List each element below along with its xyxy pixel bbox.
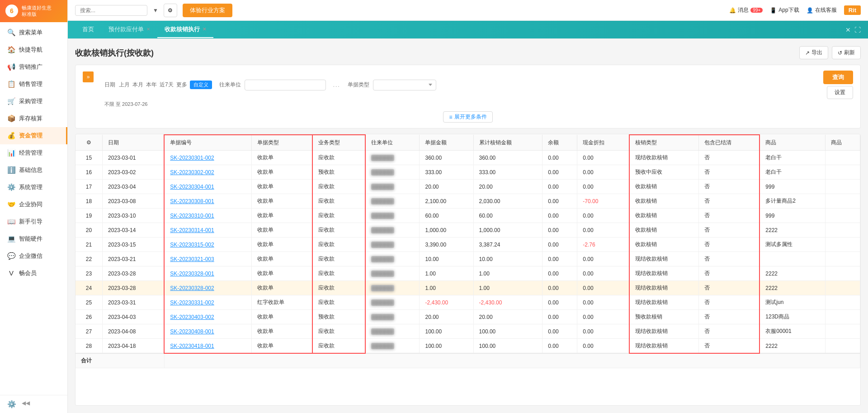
industry-solution-btn[interactable]: 体验行业方案 [183,4,232,17]
row-doc-no: SK-20230328-002 [164,281,251,295]
row-partner: ██████ [365,266,420,281]
col-cancel-amount: 累计核销金额 [473,135,542,151]
tab-label: 收款核销执行 [165,25,200,33]
row-amount: -2,430.00 [420,295,473,310]
logo-icon: 6 [5,5,18,17]
doc-no-link[interactable]: SK-20230314-001 [170,227,214,233]
row-amount: 333.00 [420,165,473,180]
row-included: 否 [699,194,760,209]
row-balance: 0.00 [542,324,577,339]
sidebar-item-guide[interactable]: 📖新手引导 [0,213,67,230]
date-7days[interactable]: 近7天 [160,81,174,89]
doc-no-link[interactable]: SK-20230310-001 [170,213,214,219]
doc-no-link[interactable]: SK-20230301-002 [170,155,214,161]
row-discount: 0.00 [577,151,630,165]
row-amount: 3,390.00 [420,237,473,252]
row-seq: 22 [75,252,103,266]
collapse-icon[interactable]: ◀◀ [22,400,30,408]
sidebar-item-operations[interactable]: 📊经营管理 [0,144,67,161]
doc-no-link[interactable]: SK-20230331-002 [170,299,214,306]
export-btn[interactable]: ↗ 导出 [799,46,828,59]
notification-btn[interactable]: 🔔 消息 99+ [729,6,763,14]
row-date: 2023-03-01 [103,151,165,165]
tab-prepay[interactable]: 预付款应付单✕ [101,22,157,38]
hardware-icon: 💻 [7,235,15,243]
tab-close-btn[interactable]: ✕ [203,27,206,32]
row-product1: 2222 [760,339,825,354]
col-settings-icon[interactable]: ⚙ [75,135,103,151]
doc-no-link[interactable]: SK-20230321-003 [170,256,214,262]
doc-no-link[interactable]: SK-20230308-001 [170,198,214,204]
filter-dots: ... [333,82,340,88]
sidebar-item-hardware[interactable]: 💻智能硬件 [0,230,67,247]
sidebar-item-label: 基础信息 [19,166,42,174]
filter-settings-btn[interactable]: 设置 [827,86,853,99]
close-tab-btn[interactable]: ✕ [845,26,851,33]
row-doc-type: 收款单 [252,223,313,237]
filter-toggle-btn[interactable]: » [83,71,94,82]
header-dropdown[interactable]: ▼ [153,7,158,14]
tab-home[interactable]: 首页 [75,22,101,38]
sidebar-item-quick-nav[interactable]: 🏠快捷导航 [0,41,67,58]
doc-no-link[interactable]: SK-20230328-001 [170,271,214,277]
row-cancel-amount: 10.00 [473,252,542,266]
row-product2 [825,310,860,324]
date-this-year[interactable]: 本年 [146,81,157,89]
table-row: 24 2023-03-28 SK-20230328-002 收款单 应收款 ██… [75,281,860,295]
doc-no-link[interactable]: SK-20230315-002 [170,242,214,248]
doc-no-link[interactable]: SK-20230408-001 [170,328,214,335]
col-included: 包含已结清 [699,135,760,151]
system-icon: ⚙️ [7,183,15,191]
row-biz-type: 应收款 [312,324,365,339]
sidebar-item-enterprise[interactable]: 🤝企业协同 [0,196,67,213]
enterprise-icon: 🤝 [7,200,15,209]
query-btn[interactable]: 查询 [823,71,853,84]
doc-no-link[interactable]: SK-20230304-001 [170,184,214,190]
settings-icon[interactable]: ⚙️ [7,400,16,408]
doc-no-link[interactable]: SK-20230418-001 [170,343,214,349]
row-product2 [825,281,860,295]
date-label: 日期 [104,81,115,89]
doc-no-link[interactable]: SK-20230403-002 [170,314,214,320]
sidebar-item-label: 营销推广 [19,63,42,71]
row-partner: ██████ [365,339,420,354]
doc-type-select[interactable] [373,80,436,90]
maximize-tab-btn[interactable]: ⛶ [854,26,861,33]
date-more[interactable]: 更多 [176,81,187,89]
expand-conditions-btn[interactable]: ≡ 展开更多条件 [443,111,492,123]
search-input[interactable] [75,5,147,16]
settings-gear-btn[interactable]: ⚙ [164,4,177,17]
sidebar-item-marketing[interactable]: 📢营销推广 [0,58,67,76]
sidebar-item-inventory[interactable]: 📦库存核算 [0,110,67,127]
row-discount: -2.76 [577,237,630,252]
sidebar-item-wechat[interactable]: 💬企业微信 [0,247,67,265]
refresh-btn[interactable]: ↺ 刷新 [832,46,861,59]
date-this-month[interactable]: 本月 [132,81,143,89]
date-custom-btn[interactable]: 自定义 [190,81,212,89]
date-last-month[interactable]: 上月 [119,81,130,89]
sidebar-item-basics[interactable]: ℹ️基础信息 [0,161,67,179]
row-cancel-type: 现结收款核销 [629,151,698,165]
sidebar-nav: 🔍搜索菜单🏠快捷导航📢营销推广📋销售管理🛒采购管理📦库存核算💰资金管理📊经营管理… [0,22,67,395]
sidebar-item-sales[interactable]: 📋销售管理 [0,76,67,93]
doc-no-link[interactable]: SK-20230328-002 [170,285,214,291]
sidebar-item-search[interactable]: 🔍搜索菜单 [0,24,67,41]
sidebar-item-purchase[interactable]: 🛒采购管理 [0,93,67,110]
sidebar-item-finance[interactable]: 💰资金管理 [0,127,67,144]
data-table: ⚙ 日期 单据编号 单据类型 业务类型 往来单位 单据金额 累计核销金额 余额 … [75,134,860,368]
tab-receipt-cancel[interactable]: 收款核销执行✕ [157,22,213,38]
tab-close-btn[interactable]: ✕ [146,27,150,32]
sidebar-item-member[interactable]: V畅会员 [0,265,67,282]
sidebar-logo: 6 畅康道好生意 标准版 [0,0,67,22]
marketing-icon: 📢 [7,63,15,71]
partner-input[interactable] [245,80,326,90]
sidebar-bottom: ⚙️ ◀◀ [0,395,67,413]
sidebar-item-system[interactable]: ⚙️系统管理 [0,179,67,196]
header-actions: 🔔 消息 99+ 📱 App下载 👤 在线客服 Rit [729,5,861,15]
app-download-btn[interactable]: 📱 App下载 [770,6,799,14]
user-avatar[interactable]: Rit [844,5,861,15]
table-row: 26 2023-04-03 SK-20230403-002 收款单 预收款 ██… [75,310,860,324]
doc-no-link[interactable]: SK-20230302-002 [170,169,214,176]
online-service-btn[interactable]: 👤 在线客服 [807,6,837,14]
sidebar-item-label: 新手引导 [19,218,42,226]
